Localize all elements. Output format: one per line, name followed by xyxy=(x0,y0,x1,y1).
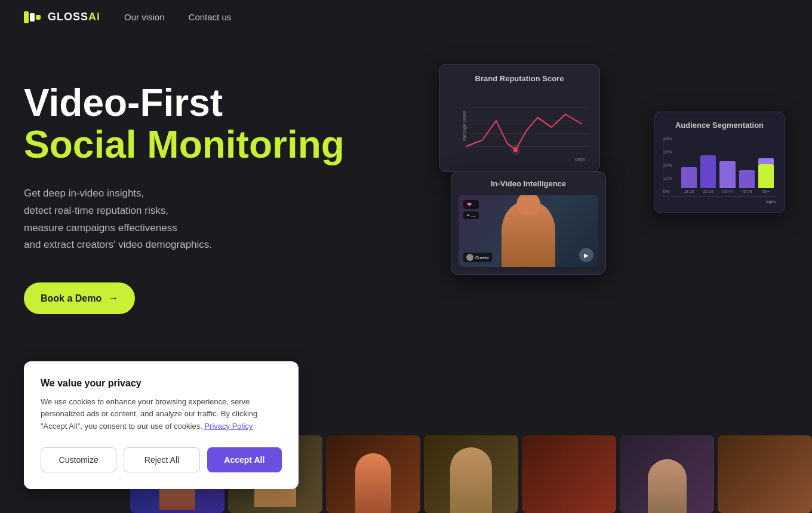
accept-all-button[interactable]: Accept All xyxy=(207,447,282,472)
bar-18-24: 18-24 xyxy=(681,167,697,193)
hero-text: Video-First Social Monitoring Get deep i… xyxy=(24,70,358,345)
hero-title-line1: Video-First xyxy=(24,81,223,124)
y-axis-label: damage score xyxy=(462,111,467,142)
reject-all-button[interactable]: Reject All xyxy=(124,447,199,472)
cookie-text: We use cookies to enhance your browsing … xyxy=(41,396,282,433)
video-preview: ❤ ≡ ... Creator ▶ xyxy=(459,195,598,267)
heart-icon: ❤ xyxy=(467,201,472,208)
navbar: GLOSSAi Our vision Contact us xyxy=(0,0,812,34)
brand-score-title: Brand Reputation Score xyxy=(449,74,590,83)
hero-body: Get deep in-video insights, detect real-… xyxy=(24,185,358,254)
video-heart-tag: ❤ xyxy=(463,200,479,209)
thumbnail-6[interactable] xyxy=(620,435,714,513)
svg-point-4 xyxy=(513,147,518,152)
customize-button[interactable]: Customize xyxy=(41,447,116,472)
nav-contact-us[interactable]: Contact us xyxy=(189,12,232,22)
video-play-button[interactable]: ▶ xyxy=(579,248,593,262)
x-axis-label: days xyxy=(575,156,585,162)
logo-text: GLOSSAi xyxy=(48,11,100,23)
logo[interactable]: GLOSSAi xyxy=(24,11,100,23)
brand-score-chart: damage score days xyxy=(449,90,590,162)
ages-label: ages xyxy=(663,199,776,204)
brand-score-card: Brand Reputation Score damage score xyxy=(439,64,600,172)
in-video-title: In-Video Intelligence xyxy=(459,179,598,188)
in-video-card: In-Video Intelligence ❤ ≡ ... xyxy=(451,171,606,275)
dashboard-wrapper: Brand Reputation Score damage score xyxy=(439,64,708,303)
hero-title-line2: Social Monitoring xyxy=(24,123,345,166)
nav-our-vision[interactable]: Our vision xyxy=(124,12,165,22)
book-demo-button[interactable]: Book a Demo → xyxy=(24,282,135,314)
bar-35-44: 35-44 xyxy=(719,161,735,193)
audience-chart: 0% 10% 20% 30% 40% 18-24 25-34 xyxy=(663,137,776,196)
video-text-tag: ≡ ... xyxy=(463,211,479,219)
arrow-icon: → xyxy=(107,292,118,305)
cookie-title: We value your privacy xyxy=(41,378,282,389)
hero-section: Video-First Social Monitoring Get deep i… xyxy=(0,34,812,368)
privacy-policy-link[interactable]: Privacy Policy xyxy=(204,422,253,431)
cookie-banner: We value your privacy We use cookies to … xyxy=(24,361,299,489)
cookie-buttons: Customize Reject All Accept All xyxy=(41,447,282,472)
play-icon: ▶ xyxy=(584,252,589,259)
bar-45-54: 45-54 xyxy=(739,170,755,193)
audience-card: Audience Segmentation 0% 10% 20% 30% 40%… xyxy=(654,112,785,213)
thumbnail-3[interactable] xyxy=(326,435,420,513)
thumbnail-4[interactable] xyxy=(424,435,518,513)
bar-25-34: 25-34 xyxy=(700,155,716,193)
audience-title: Audience Segmentation xyxy=(663,121,776,130)
thumbnail-7[interactable] xyxy=(718,435,812,513)
video-username: Creator xyxy=(475,256,489,260)
bar-55plus: 55+ xyxy=(758,158,774,193)
hero-visuals: Brand Reputation Score damage score xyxy=(358,70,788,345)
thumbnail-5[interactable] xyxy=(522,435,616,513)
